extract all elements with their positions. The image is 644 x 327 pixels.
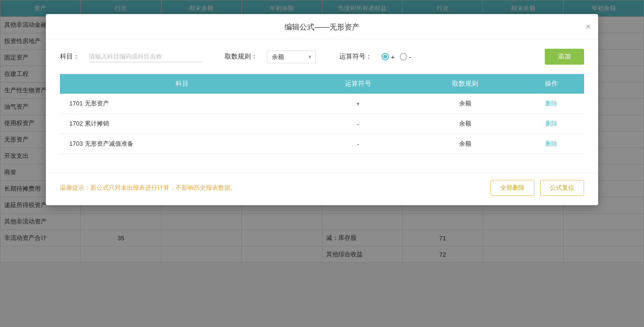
table-column-header: 科目	[60, 74, 305, 94]
delete-row-2-button[interactable]: 删除	[545, 140, 557, 147]
reset-formula-button[interactable]: 公式复位	[540, 180, 584, 196]
row-rule: 余额	[411, 134, 519, 154]
operator-radio-group: + -	[381, 53, 411, 61]
rule-label: 取数规则：	[225, 52, 257, 61]
row-operator: +	[305, 94, 412, 114]
modal-body: 科目： 取数规则： 余额 借方发生额 贷方发生额 ▼ 运算符号： +	[46, 39, 598, 173]
table-row: 1701 无形资产+余额删除	[60, 94, 584, 114]
row-rule: 余额	[411, 114, 519, 134]
modal-title: 编辑公式——无形资产	[285, 23, 359, 31]
modal-header: 编辑公式——无形资产 ×	[46, 14, 598, 39]
add-button[interactable]: 添加	[545, 49, 584, 65]
row-action: 删除	[519, 94, 584, 114]
radio-minus-circle[interactable]	[400, 53, 407, 60]
footer-buttons: 全部删除 公式复位	[490, 180, 584, 196]
plus-sign: +	[391, 53, 395, 61]
table-row: 1702 累计摊销-余额删除	[60, 114, 584, 134]
row-operator: -	[305, 114, 412, 134]
table-column-header: 取数规则	[411, 74, 519, 94]
subject-label: 科目：	[60, 52, 80, 61]
modal-dialog: 编辑公式——无形资产 × 科目： 取数规则： 余额 借方发生额 贷方发生额 ▼ …	[46, 14, 598, 205]
row-operator: -	[305, 134, 412, 154]
delete-row-1-button[interactable]: 删除	[545, 120, 557, 127]
radio-plus-item[interactable]: +	[381, 53, 395, 61]
minus-sign: -	[409, 53, 411, 61]
delete-row-0-button[interactable]: 删除	[545, 100, 557, 107]
modal-close-button[interactable]: ×	[585, 22, 591, 31]
table-row: 1703 无形资产减值准备-余额删除	[60, 134, 584, 154]
table-column-header: 运算符号	[305, 74, 412, 94]
row-subject: 1702 累计摊销	[60, 114, 305, 134]
table-column-header: 操作	[519, 74, 584, 94]
subject-input[interactable]	[89, 51, 201, 62]
hint-text: 温馨提示：新公式只对未出报表进行计算，不影响历史报表数据。	[60, 184, 236, 192]
row-subject: 1701 无形资产	[60, 94, 305, 114]
formula-table: 科目运算符号取数规则操作 1701 无形资产+余额删除1702 累计摊销-余额删…	[60, 74, 584, 154]
row-action: 删除	[519, 114, 584, 134]
form-row: 科目： 取数规则： 余额 借方发生额 贷方发生额 ▼ 运算符号： +	[60, 49, 584, 65]
modal-footer: 温馨提示：新公式只对未出报表进行计算，不影响历史报表数据。 全部删除 公式复位	[46, 173, 598, 205]
row-rule: 余额	[411, 94, 519, 114]
modal-overlay: 编辑公式——无形资产 × 科目： 取数规则： 余额 借方发生额 贷方发生额 ▼ …	[0, 0, 644, 327]
rule-select[interactable]: 余额 借方发生额 贷方发生额	[267, 51, 316, 63]
radio-minus-item[interactable]: -	[400, 53, 411, 61]
delete-all-button[interactable]: 全部删除	[490, 180, 534, 196]
row-action: 删除	[519, 134, 584, 154]
rule-select-wrap[interactable]: 余额 借方发生额 贷方发生额 ▼	[267, 51, 316, 63]
row-subject: 1703 无形资产减值准备	[60, 134, 305, 154]
radio-plus-circle[interactable]	[381, 53, 389, 60]
operator-label: 运算符号：	[339, 52, 372, 61]
